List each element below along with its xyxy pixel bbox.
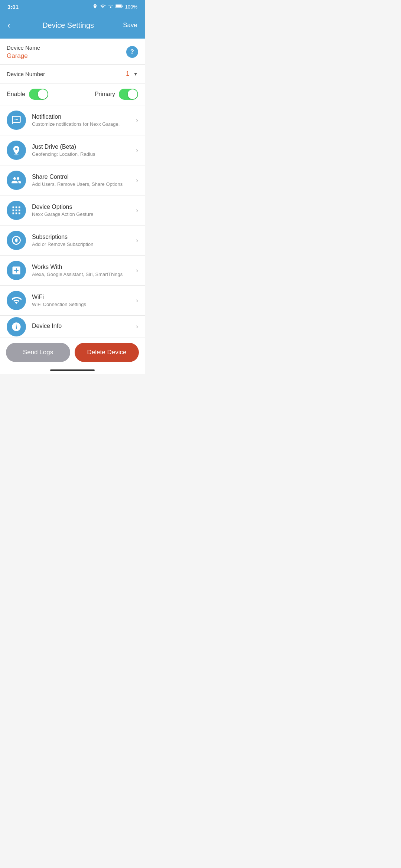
- wifi-chevron-icon: ›: [136, 297, 138, 305]
- just-drive-menu-text: Just Drive (Beta) Geofencing: Location, …: [32, 144, 133, 157]
- menu-item-subscriptions[interactable]: $ Subscriptions Add or Remove Subscripti…: [0, 226, 145, 256]
- notification-icon-circle: [7, 111, 26, 130]
- just-drive-chevron-icon: ›: [136, 147, 138, 154]
- status-icons: 100%: [92, 3, 137, 10]
- just-drive-title: Just Drive (Beta): [32, 144, 133, 150]
- svg-point-7: [14, 154, 19, 155]
- device-options-menu-text: Device Options Nexx Garage Action Gestur…: [32, 204, 133, 217]
- wifi-menu-text: WiFi WiFi Connection Settings: [32, 294, 133, 307]
- page-title: Device Settings: [42, 21, 94, 30]
- svg-rect-14: [13, 213, 14, 214]
- enable-label: Enable: [7, 91, 25, 98]
- menu-item-share-control[interactable]: Share Control Add Users, Remove Users, S…: [0, 165, 145, 195]
- toggles-section: Enable Primary: [0, 83, 145, 105]
- device-number-right[interactable]: 1 ▼: [126, 70, 138, 77]
- svg-point-6: [17, 119, 18, 120]
- share-control-subtitle: Add Users, Remove Users, Share Options: [32, 181, 133, 187]
- menu-item-device-options[interactable]: Device Options Nexx Garage Action Gestur…: [0, 195, 145, 226]
- wifi-subtitle: WiFi Connection Settings: [32, 302, 133, 307]
- location-status-icon: [92, 3, 98, 10]
- svg-point-5: [16, 119, 17, 120]
- device-name-section: Device Name Garage ?: [0, 39, 145, 65]
- notification-title: Notification: [32, 114, 133, 120]
- svg-rect-12: [16, 210, 17, 211]
- subscriptions-chevron-icon: ›: [136, 237, 138, 244]
- svg-rect-10: [19, 207, 20, 208]
- back-button[interactable]: ‹: [7, 19, 13, 32]
- bottom-buttons: Send Logs Delete Device: [0, 338, 145, 366]
- menu-item-just-drive[interactable]: Just Drive (Beta) Geofencing: Location, …: [0, 135, 145, 165]
- svg-rect-11: [13, 210, 14, 211]
- device-number-section: Device Number 1 ▼: [0, 65, 145, 83]
- enable-toggle[interactable]: [29, 89, 48, 100]
- device-info-title: Device Info: [32, 323, 133, 329]
- device-number-label: Device Number: [7, 71, 45, 77]
- svg-rect-16: [19, 213, 20, 214]
- device-name-left: Device Name Garage: [7, 45, 126, 60]
- share-control-menu-text: Share Control Add Users, Remove Users, S…: [32, 174, 133, 187]
- svg-rect-9: [16, 207, 17, 208]
- main-content: Device Name Garage ? Device Number 1 ▼ E…: [0, 39, 145, 374]
- home-indicator: [0, 366, 145, 374]
- home-indicator-bar: [50, 369, 95, 371]
- battery-percentage: 100%: [125, 4, 137, 10]
- subscriptions-menu-text: Subscriptions Add or Remove Subscription: [32, 234, 133, 247]
- svg-rect-3: [122, 5, 123, 7]
- dropdown-arrow-icon[interactable]: ▼: [133, 71, 138, 77]
- signal-status-icon: [108, 4, 113, 10]
- notification-subtitle: Customize notifications for Nexx Garage.: [32, 121, 133, 127]
- svg-rect-2: [116, 5, 121, 7]
- share-control-icon-circle: [7, 171, 26, 190]
- just-drive-icon-circle: [7, 141, 26, 160]
- svg-point-4: [14, 119, 15, 120]
- primary-label: Primary: [95, 91, 115, 98]
- device-options-subtitle: Nexx Garage Action Gesture: [32, 211, 133, 217]
- share-control-chevron-icon: ›: [136, 177, 138, 184]
- notification-menu-text: Notification Customize notifications for…: [32, 114, 133, 127]
- device-info-chevron-icon: ›: [136, 323, 138, 331]
- svg-rect-8: [13, 207, 14, 208]
- works-with-subtitle: Alexa, Google Assistant, Siri, SmartThin…: [32, 272, 133, 277]
- notification-chevron-icon: ›: [136, 116, 138, 124]
- subscriptions-title: Subscriptions: [32, 234, 133, 240]
- wifi-status-icon: [100, 4, 106, 10]
- send-logs-button[interactable]: Send Logs: [6, 343, 70, 362]
- share-control-title: Share Control: [32, 174, 133, 180]
- subscriptions-subtitle: Add or Remove Subscription: [32, 241, 133, 247]
- just-drive-subtitle: Geofencing: Location, Radius: [32, 151, 133, 157]
- save-button[interactable]: Save: [123, 22, 137, 29]
- primary-toggle-group: Primary: [54, 89, 138, 100]
- works-with-chevron-icon: ›: [136, 267, 138, 274]
- svg-rect-15: [16, 213, 17, 214]
- help-icon[interactable]: ?: [126, 46, 138, 58]
- wifi-title: WiFi: [32, 294, 133, 300]
- menu-item-device-info[interactable]: Device Info ›: [0, 316, 145, 338]
- device-name-label: Device Name: [7, 45, 126, 51]
- device-number-value: 1: [126, 70, 129, 77]
- app-header: ‹ Device Settings Save: [0, 13, 145, 39]
- enable-toggle-group: Enable: [7, 89, 48, 100]
- menu-item-notification[interactable]: Notification Customize notifications for…: [0, 105, 145, 135]
- menu-list: Notification Customize notifications for…: [0, 105, 145, 338]
- device-options-title: Device Options: [32, 204, 133, 210]
- menu-item-works-with[interactable]: Works With Alexa, Google Assistant, Siri…: [0, 256, 145, 286]
- battery-status-icon: [115, 4, 123, 10]
- status-time: 3:01: [7, 4, 19, 10]
- device-name-value[interactable]: Garage: [7, 52, 126, 60]
- works-with-menu-text: Works With Alexa, Google Assistant, Siri…: [32, 264, 133, 277]
- device-options-chevron-icon: ›: [136, 207, 138, 214]
- menu-item-wifi[interactable]: WiFi WiFi Connection Settings ›: [0, 286, 145, 316]
- device-info-icon-circle: [7, 317, 26, 336]
- subscriptions-icon-circle: $: [7, 231, 26, 250]
- device-options-icon-circle: [7, 201, 26, 220]
- works-with-icon-circle: [7, 261, 26, 280]
- works-with-title: Works With: [32, 264, 133, 270]
- primary-toggle[interactable]: [119, 89, 138, 100]
- wifi-icon-circle: [7, 291, 26, 310]
- delete-device-button[interactable]: Delete Device: [75, 343, 139, 362]
- svg-rect-13: [19, 210, 20, 211]
- status-bar: 3:01 100%: [0, 0, 145, 13]
- device-info-menu-text: Device Info: [32, 323, 133, 331]
